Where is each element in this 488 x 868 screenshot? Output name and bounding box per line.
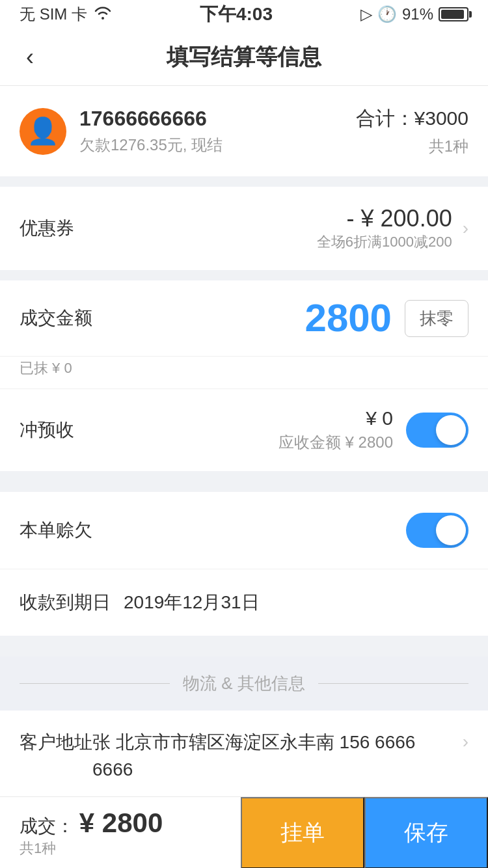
alarm-icon: 🕐	[377, 5, 397, 23]
coupon-section: 优惠券 - ¥ 200.00 全场6折满1000减200 ›	[0, 187, 488, 270]
status-bar: 无 SIM 卡 下午4:03 ▷ 🕐 91%	[0, 0, 488, 29]
avatar-icon: 👤	[27, 116, 59, 146]
address-chevron-icon: ›	[463, 731, 468, 752]
coupon-value: - ¥ 200.00 全场6折满1000减200	[98, 205, 452, 252]
location-icon: ▷	[360, 5, 372, 23]
deal-amount-label: 成交金额	[20, 306, 92, 331]
status-time: 下午4:03	[200, 2, 273, 27]
order-total: 合计：¥3000	[356, 105, 468, 132]
save-button[interactable]: 保存	[364, 797, 488, 869]
bottom-deal-label-line: 成交： ¥ 2800	[20, 807, 221, 839]
bottom-deal-count: 共1种	[20, 839, 221, 858]
status-left: 无 SIM 卡	[20, 4, 112, 25]
deal-amount-value-group: 2800	[305, 299, 392, 338]
debt-label: 本单赊欠	[20, 518, 393, 543]
main-content: 👤 17666666666 欠款1276.35元, 现结 合计：¥3000 共1…	[0, 86, 488, 868]
debt-toggle-thumb	[436, 515, 466, 545]
logistics-section-label: 物流 & 其他信息	[170, 672, 318, 695]
coupon-label: 优惠券	[20, 216, 98, 241]
bottom-deal-amount: ¥ 2800	[79, 807, 163, 838]
flush-right: ¥ 0 应收金额 ¥ 2800	[278, 407, 393, 453]
debt-toggle[interactable]	[406, 513, 468, 548]
pending-button[interactable]: 挂单	[241, 797, 364, 869]
due-date-label: 收款到期日	[20, 590, 111, 615]
order-count: 共1种	[356, 136, 468, 157]
logistics-line-left	[20, 683, 170, 684]
coupon-sub: 全场6折满1000减200	[98, 232, 452, 252]
status-right: ▷ 🕐 91%	[360, 5, 468, 23]
customer-debt-status: 欠款1276.35元, 现结	[79, 135, 356, 156]
deal-sub-text: 已抹 ¥ 0	[20, 360, 72, 376]
customer-phone: 17666666666	[79, 107, 356, 131]
coupon-row[interactable]: 优惠券 - ¥ 200.00 全场6折满1000减200 ›	[0, 187, 488, 270]
deal-section: 成交金额 2800 抹零 已抹 ¥ 0 冲预收 ¥ 0 应收金额 ¥ 2800	[0, 280, 488, 471]
order-summary: 合计：¥3000 共1种	[356, 105, 468, 157]
due-date-value: 2019年12月31日	[124, 590, 260, 615]
section-divider-1	[0, 481, 488, 492]
customer-details: 17666666666 欠款1276.35元, 现结	[79, 107, 356, 156]
battery-percent: 91%	[402, 5, 433, 23]
debt-row: 本单赊欠	[0, 492, 488, 569]
section-divider-2	[0, 646, 488, 657]
address-value: 张 北京市市辖区海淀区永丰南 156 6666 6666	[92, 729, 456, 783]
flush-toggle-thumb	[436, 415, 466, 445]
address-row[interactable]: 客户地址 张 北京市市辖区海淀区永丰南 156 6666 6666 ›	[0, 711, 488, 802]
flush-label: 冲预收	[20, 418, 74, 442]
logistics-divider: 物流 & 其他信息	[0, 657, 488, 711]
logistics-line-right	[318, 683, 468, 684]
back-button[interactable]: ‹	[20, 37, 40, 77]
wifi-icon	[94, 5, 112, 23]
due-date-row: 收款到期日 2019年12月31日	[0, 569, 488, 636]
round-button[interactable]: 抹零	[405, 300, 468, 337]
battery-icon	[439, 7, 468, 21]
customer-info-section: 👤 17666666666 欠款1276.35元, 现结 合计：¥3000 共1…	[0, 86, 488, 176]
sim-text: 无 SIM 卡	[20, 4, 87, 25]
address-label: 客户地址	[20, 730, 92, 755]
coupon-amount: - ¥ 200.00	[98, 205, 452, 232]
avatar: 👤	[20, 108, 66, 155]
deal-amount-number[interactable]: 2800	[305, 296, 392, 340]
flush-row: 冲预收 ¥ 0 应收金额 ¥ 2800	[0, 389, 488, 471]
flush-amount: ¥ 0	[278, 407, 393, 429]
page-title: 填写结算等信息	[167, 42, 321, 72]
coupon-chevron-icon: ›	[463, 218, 468, 239]
bottom-deal-label: 成交：	[20, 816, 74, 836]
debt-section: 本单赊欠 收款到期日 2019年12月31日	[0, 492, 488, 636]
nav-bar: ‹ 填写结算等信息	[0, 29, 488, 86]
flush-sub: 应收金额 ¥ 2800	[278, 432, 393, 453]
bottom-bar: 成交： ¥ 2800 共1种 挂单 保存	[0, 796, 488, 868]
bottom-deal-info: 成交： ¥ 2800 共1种	[0, 807, 241, 858]
flush-toggle[interactable]	[406, 413, 468, 448]
deal-amount-row: 成交金额 2800 抹零	[0, 280, 488, 357]
